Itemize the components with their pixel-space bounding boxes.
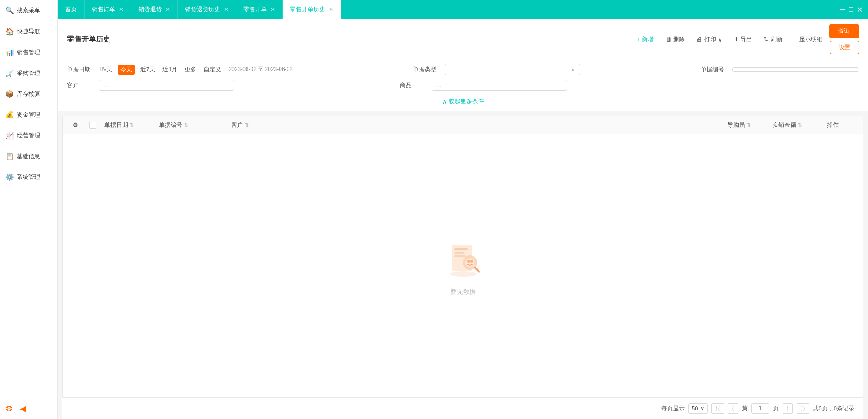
search-icon: 🔍 bbox=[5, 6, 14, 14]
svg-rect-4 bbox=[454, 255, 466, 257]
query-button[interactable]: 查询 bbox=[829, 24, 859, 38]
top-nav: 首页 销售订单 ✕ 销货退货 ✕ 销货退货历史 ✕ 零售开单 ✕ 零售开单历史 … bbox=[58, 0, 868, 19]
date-custom[interactable]: 自定义 bbox=[202, 65, 223, 75]
per-page-arrow-icon: ∨ bbox=[700, 405, 705, 412]
sidebar-item-finance[interactable]: 💰 资金管理 bbox=[0, 104, 57, 125]
date-more[interactable]: 更多 bbox=[183, 65, 198, 75]
doc-type-select[interactable]: ∨ bbox=[445, 64, 580, 75]
settings-icon[interactable]: ⚙ bbox=[5, 404, 13, 414]
sidebar-item-sales-mgmt[interactable]: 📊 销售管理 bbox=[0, 42, 57, 63]
sidebar-item-label: 快捷导航 bbox=[17, 28, 40, 36]
sidebar-item-operations[interactable]: 📈 经营管理 bbox=[0, 125, 57, 146]
sort-customer-icon: ⇅ bbox=[245, 122, 249, 128]
finance-icon: 💰 bbox=[5, 111, 14, 119]
tab-sales-order-close[interactable]: ✕ bbox=[119, 6, 123, 13]
sort-date-icon: ⇅ bbox=[130, 122, 134, 128]
tab-retail-open-label: 零售开单 bbox=[243, 5, 267, 14]
minimize-icon[interactable]: ─ bbox=[840, 5, 845, 14]
total-records: 共0页，0条记录 bbox=[813, 405, 854, 413]
window-close-icon[interactable]: ✕ bbox=[857, 5, 863, 14]
next-page-button[interactable]: ⟩ bbox=[783, 403, 793, 414]
home-icon: 🏠 bbox=[5, 28, 14, 36]
toolbar: + 新增 🗑 删除 🖨 打印 ∨ ⬆ 导出 ↻ 刷新 显示明细 查询 设置 bbox=[634, 24, 859, 54]
window-controls: ─ □ ✕ bbox=[840, 5, 868, 14]
display-cols-label: 显示明细 bbox=[799, 35, 823, 43]
th-check[interactable] bbox=[85, 122, 101, 129]
sidebar-item-quick-nav[interactable]: 🏠 快捷导航 bbox=[0, 21, 57, 42]
tab-sales-return-close[interactable]: ✕ bbox=[166, 6, 170, 13]
per-page-select[interactable]: 50 ∨ bbox=[688, 403, 707, 414]
tab-sales-return-history[interactable]: 销货退货历史 ✕ bbox=[178, 0, 236, 19]
tab-retail-open-close[interactable]: ✕ bbox=[270, 6, 275, 13]
print-button[interactable]: 🖨 打印 ∨ bbox=[694, 33, 725, 45]
print-arrow-icon: ∨ bbox=[718, 36, 722, 43]
goods-input[interactable]: ... bbox=[432, 80, 567, 91]
basic-info-icon: 📋 bbox=[5, 152, 14, 160]
tab-retail-history[interactable]: 零售开单历史 ✕ bbox=[283, 0, 341, 19]
pagination: 每页显示 50 ∨ ⟨⟨ ⟨ 第 页 ⟩ ⟩⟩ 共0页，0条记录 bbox=[62, 397, 863, 419]
th-settings[interactable]: ⚙ bbox=[66, 122, 85, 128]
svg-rect-3 bbox=[454, 252, 464, 254]
first-page-button[interactable]: ⟨⟨ bbox=[711, 403, 724, 414]
delete-button[interactable]: 🗑 删除 bbox=[663, 33, 688, 45]
table-header: ⚙ 单据日期 ⇅ 单据编号 ⇅ 客户 ⇅ 导购员 bbox=[63, 116, 863, 134]
page-content: 零售开单历史 + 新增 🗑 删除 🖨 打印 ∨ ⬆ 导出 ↻ 刷新 显示明细 查… bbox=[58, 19, 868, 419]
header-checkbox[interactable] bbox=[89, 122, 96, 129]
th-action-label: 操作 bbox=[827, 121, 839, 129]
th-guide[interactable]: 导购员 ⇅ bbox=[724, 121, 769, 129]
collapse-filter-btn[interactable]: ∧ 收起更多条件 bbox=[67, 95, 859, 105]
filter-row-date: 单据日期 昨天 今天 近7天 近1月 更多 自定义 2023-06-02 至 2… bbox=[67, 64, 859, 75]
th-amount[interactable]: 实销金额 ⇅ bbox=[769, 121, 823, 129]
tab-retail-open[interactable]: 零售开单 ✕ bbox=[236, 0, 283, 19]
sidebar-item-label: 系统管理 bbox=[17, 173, 40, 181]
date-yesterday[interactable]: 昨天 bbox=[99, 65, 114, 75]
page-title: 零售开单历史 bbox=[67, 35, 110, 44]
customer-placeholder: ... bbox=[104, 82, 109, 89]
page-number-input[interactable] bbox=[751, 403, 769, 414]
sidebar-item-label: 基础信息 bbox=[17, 152, 40, 160]
th-amount-label: 实销金额 bbox=[773, 121, 796, 129]
per-page-value: 50 bbox=[692, 405, 698, 412]
restore-icon[interactable]: □ bbox=[849, 5, 853, 14]
tab-sales-return-history-close[interactable]: ✕ bbox=[224, 6, 228, 13]
tab-sales-order[interactable]: 销售订单 ✕ bbox=[85, 0, 131, 19]
doc-no-input[interactable] bbox=[732, 67, 859, 72]
tab-home-label: 首页 bbox=[65, 5, 77, 14]
add-button[interactable]: + 新增 bbox=[634, 33, 656, 45]
th-customer[interactable]: 客户 ⇅ bbox=[228, 121, 724, 129]
date-today[interactable]: 今天 bbox=[118, 65, 135, 75]
table-settings-icon: ⚙ bbox=[73, 122, 78, 128]
sidebar-search[interactable]: 🔍 搜索采单 bbox=[0, 0, 57, 21]
th-customer-label: 客户 bbox=[231, 121, 243, 129]
date-last7[interactable]: 近7天 bbox=[138, 65, 157, 75]
th-no-label: 单据编号 bbox=[159, 121, 182, 129]
sort-no-icon: ⇅ bbox=[184, 122, 188, 128]
sidebar-item-sys-mgmt[interactable]: ⚙️ 系统管理 bbox=[0, 167, 57, 188]
th-no[interactable]: 单据编号 ⇅ bbox=[155, 121, 228, 129]
date-last-month[interactable]: 近1月 bbox=[161, 65, 179, 75]
sidebar-item-purchase-mgmt[interactable]: 🛒 采购管理 bbox=[0, 63, 57, 84]
tab-home[interactable]: 首页 bbox=[58, 0, 85, 19]
sidebar-search-label: 搜索采单 bbox=[17, 6, 40, 14]
display-cols-toggle[interactable]: 显示明细 bbox=[792, 35, 823, 43]
display-cols-checkbox[interactable] bbox=[792, 37, 797, 42]
last-page-button[interactable]: ⟩⟩ bbox=[797, 403, 809, 414]
th-action: 操作 bbox=[823, 121, 859, 129]
inventory-icon: 📦 bbox=[5, 90, 14, 98]
sidebar-bottom: ⚙ ◀ bbox=[0, 398, 57, 419]
sort-amount-icon: ⇅ bbox=[798, 122, 802, 128]
th-date[interactable]: 单据日期 ⇅ bbox=[101, 121, 155, 129]
filter-area: 单据日期 昨天 今天 近7天 近1月 更多 自定义 2023-06-02 至 2… bbox=[58, 58, 868, 111]
sidebar-item-basic-info[interactable]: 📋 基础信息 bbox=[0, 146, 57, 167]
customer-input[interactable]: ... bbox=[99, 80, 234, 91]
tab-retail-history-close[interactable]: ✕ bbox=[329, 6, 333, 13]
refresh-button[interactable]: ↻ 刷新 bbox=[761, 33, 785, 45]
tab-sales-return[interactable]: 销货退货 ✕ bbox=[131, 0, 178, 19]
sidebar-item-inventory[interactable]: 📦 库存核算 bbox=[0, 84, 57, 104]
settings-button[interactable]: 设置 bbox=[830, 41, 859, 54]
collapse-sidebar-icon[interactable]: ◀ bbox=[20, 404, 26, 414]
date-range-display: 2023-06-02 至 2023-06-02 bbox=[228, 66, 292, 73]
sidebar-item-label: 销售管理 bbox=[17, 48, 40, 56]
prev-page-button[interactable]: ⟨ bbox=[728, 403, 738, 414]
export-button[interactable]: ⬆ 导出 bbox=[731, 33, 755, 45]
